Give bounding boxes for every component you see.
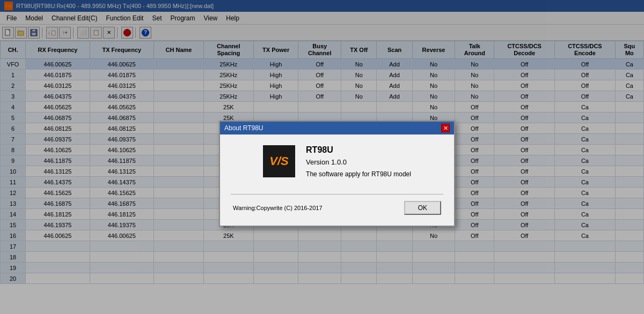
modal-description: The software apply for RT98U model bbox=[306, 170, 411, 178]
modal-close-button[interactable]: ✕ bbox=[441, 124, 450, 132]
modal-overlay: About RT98U ✕ V/S RT98U Version 1.0.0 Th… bbox=[0, 0, 644, 314]
modal-text-block: RT98U Version 1.0.0 The software apply f… bbox=[306, 145, 411, 189]
modal-warning-text: Warning:Copywrite (C) 2016-2017 bbox=[233, 205, 323, 211]
modal-title-bar: About RT98U ✕ bbox=[220, 122, 454, 134]
modal-ok-button[interactable]: OK bbox=[404, 201, 441, 215]
modal-divider bbox=[231, 194, 443, 195]
modal-footer: Warning:Copywrite (C) 2016-2017 OK bbox=[231, 201, 443, 215]
modal-logo: V/S bbox=[263, 145, 295, 177]
about-dialog: About RT98U ✕ V/S RT98U Version 1.0.0 Th… bbox=[219, 121, 455, 227]
modal-title-text: About RT98U bbox=[224, 124, 264, 132]
modal-logo-text: V/S bbox=[269, 154, 288, 168]
modal-body: V/S RT98U Version 1.0.0 The software app… bbox=[220, 134, 454, 226]
modal-app-name: RT98U bbox=[306, 145, 411, 155]
modal-info-section: V/S RT98U Version 1.0.0 The software app… bbox=[263, 145, 411, 189]
modal-version: Version 1.0.0 bbox=[306, 158, 411, 166]
